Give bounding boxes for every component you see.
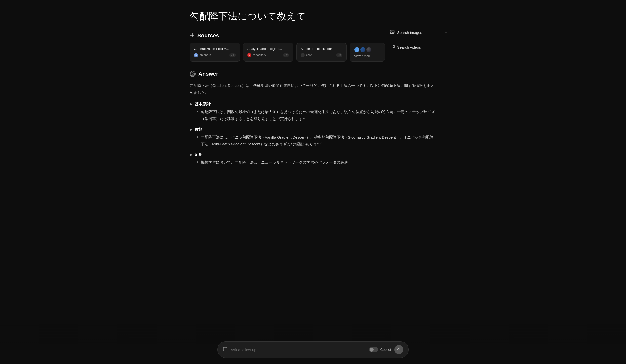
source-author-1: S shinnora: [194, 53, 211, 57]
bullet-item-1: 基本原則: 勾配降下法は、関数の最小値（または最大値）を見つけるための最適化手法…: [190, 102, 436, 122]
source-count-1: • 1: [229, 53, 236, 57]
svg-rect-2: [190, 35, 192, 37]
source-count-2: • 2: [283, 53, 289, 57]
sources-title: Sources: [197, 32, 219, 39]
sub-bullet-dot-3-1: [197, 161, 198, 163]
source-author-2: R repository: [247, 53, 266, 57]
sub-bullet-dot-1-1: [197, 111, 198, 112]
sub-bullet-text-1-1: 勾配降下法は、関数の最小値（または最大値）を見つけるための最適化手法であり、現在…: [201, 109, 436, 122]
search-videos-label: Search videos: [397, 45, 421, 49]
bullet-dot-1: [190, 103, 192, 105]
answer-title: Answer: [198, 71, 218, 77]
answer-bullet-list: 基本原則: 勾配降下法は、関数の最小値（または最大値）を見つけるための最適化手法…: [190, 102, 436, 166]
bullet-item-2: 種類: 勾配降下法には、バニラ勾配降下法（Vanilla Gradient De…: [190, 127, 436, 148]
toggle-switch[interactable]: [369, 347, 378, 352]
view-more-avatar-1: [354, 47, 360, 52]
view-more-card[interactable]: View 7 more: [350, 43, 385, 62]
sub-bullet-list-1: 勾配降下法は、関数の最小値（または最大値）を見つけるための最適化手法であり、現在…: [190, 109, 436, 122]
view-more-avatar-3: [366, 47, 372, 52]
bottom-bar: Copilot: [217, 341, 409, 358]
citation-1: 1.: [303, 116, 305, 119]
source-card-meta-1: S shinnora • 1: [194, 53, 236, 57]
search-videos-plus: +: [445, 44, 447, 50]
source-card-meta-2: R repository • 2: [247, 53, 289, 57]
source-count-3: • 3: [336, 53, 342, 57]
search-images-button[interactable]: Search images +: [386, 25, 451, 40]
source-card-3[interactable]: Studies on block coor... ✕ core • 3: [296, 43, 347, 62]
sub-bullet-list-2: 勾配降下法には、バニラ勾配降下法（Vanilla Gradient Descen…: [190, 134, 436, 148]
bullet-label-3: 応用:: [195, 152, 204, 157]
source-author-3: ✕ core: [301, 53, 312, 57]
svg-point-11: [391, 31, 392, 32]
source-card-1[interactable]: Generalization Error A... S shinnora • 1: [190, 43, 240, 62]
sub-bullet-3-1: 機械学習において、勾配降下法は、ニューラルネットワークの学習やパラメータの最適: [197, 159, 436, 166]
right-sidebar: Search images + Search videos +: [386, 25, 451, 54]
send-button[interactable]: [394, 345, 403, 354]
sub-bullet-1-1: 勾配降下法は、関数の最小値（または最大値）を見つけるための最適化手法であり、現在…: [197, 109, 436, 122]
search-images-plus: +: [445, 30, 447, 35]
compose-icon: [223, 347, 228, 353]
svg-rect-0: [190, 33, 192, 35]
view-more-avatar-2: [360, 47, 366, 52]
svg-point-5: [192, 73, 193, 75]
bullet-label-2: 種類:: [195, 127, 204, 132]
search-videos-button[interactable]: Search videos +: [386, 40, 451, 54]
answer-icon: [190, 71, 196, 77]
source-avatar-3: ✕: [301, 53, 305, 57]
video-icon: [390, 44, 395, 50]
page-title: 勾配降下法について教えて: [190, 10, 436, 22]
copilot-toggle[interactable]: Copilot: [369, 347, 391, 352]
source-card-title-2: Analysis and design o...: [247, 47, 289, 51]
svg-rect-10: [390, 30, 394, 34]
bullet-dot-2: [190, 129, 192, 131]
fade-overlay: [0, 324, 626, 344]
view-more-avatars: [354, 47, 372, 52]
sub-bullet-list-3: 機械学習において、勾配降下法は、ニューラルネットワークの学習やパラメータの最適: [190, 159, 436, 166]
bullet-label-1: 基本原則:: [195, 102, 211, 107]
image-icon: [390, 30, 395, 35]
sub-bullet-2-1: 勾配降下法には、バニラ勾配降下法（Vanilla Gradient Descen…: [197, 134, 436, 148]
svg-rect-1: [192, 33, 194, 35]
source-avatar-1: S: [194, 53, 198, 57]
source-avatar-2: R: [247, 53, 251, 57]
source-card-title-3: Studies on block coor...: [301, 47, 342, 51]
sub-bullet-text-2-1: 勾配降下法には、バニラ勾配降下法（Vanilla Gradient Descen…: [201, 134, 436, 148]
search-images-label: Search images: [397, 30, 422, 35]
answer-intro: 勾配降下法（Gradient Descent）は、機械学習や最適化問題において一…: [190, 82, 436, 96]
answer-section: Answer 勾配降下法（Gradient Descent）は、機械学習や最適化…: [190, 71, 436, 166]
svg-rect-12: [390, 45, 393, 48]
answer-header: Answer: [190, 71, 436, 77]
source-card-meta-3: ✕ core • 3: [301, 53, 342, 57]
svg-rect-3: [192, 35, 194, 37]
sub-bullet-dot-2-1: [197, 136, 198, 138]
sub-bullet-text-3-1: 機械学習において、勾配降下法は、ニューラルネットワークの学習やパラメータの最適: [201, 159, 348, 166]
toggle-knob: [370, 348, 374, 352]
bullet-dot-3: [190, 154, 192, 156]
bullet-item-3: 応用: 機械学習において、勾配降下法は、ニューラルネットワークの学習やパラメータ…: [190, 152, 436, 166]
copilot-label: Copilot: [380, 348, 391, 352]
source-card-2[interactable]: Analysis and design o... R repository • …: [243, 43, 293, 62]
view-more-text: View 7 more: [354, 54, 371, 58]
follow-up-input[interactable]: [231, 348, 366, 352]
source-card-title-1: Generalization Error A...: [194, 47, 236, 51]
citation-2: 10.: [321, 141, 325, 144]
sources-icon: [190, 33, 195, 39]
